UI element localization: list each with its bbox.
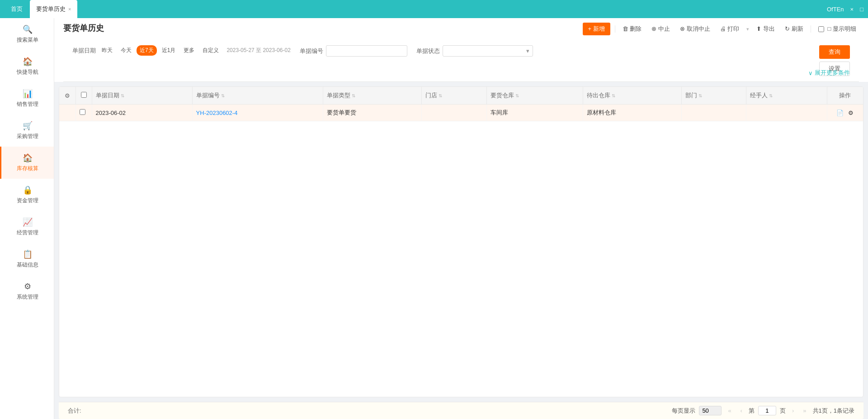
tab-requisition-history[interactable]: 要货单历史 × [30,0,77,18]
date-btn-more[interactable]: 更多 [180,45,198,56]
date-buttons: 昨天 今天 近7天 近1月 更多 自定义 [99,45,222,56]
status-label: 单据状态 [416,47,440,55]
sort-order-type-icon: ⇅ [352,93,355,98]
footer-bar: 合计: 每页显示 50 100 200 « ‹ 第 页 › » 共1页，1条记录 [59,402,863,419]
expand-more-label: 展开更多条件 [815,69,850,77]
refresh-button[interactable]: ↻ 刷新 [782,23,806,35]
first-page-btn[interactable]: « [725,406,734,415]
td-order-no: YH-20230602-4 [192,105,323,121]
td-settings [59,105,75,121]
td-order-date: 2023-06-02 [92,105,192,121]
page-size-select[interactable]: 50 100 200 [699,406,722,415]
date-filter-label: 单据日期 [72,47,96,55]
close-window-icon[interactable]: × [850,6,854,13]
order-no-input[interactable] [326,45,407,57]
sidebar-item-label: 快捷导航 [17,68,38,76]
page-suffix: 页 [780,407,786,415]
stop-button[interactable]: ⊗ 中止 [649,23,673,35]
sidebar-item-label: 搜索菜单 [17,36,38,44]
td-store [422,105,487,121]
total-label: 合计: [68,407,81,415]
td-order-type: 要货单要货 [323,105,421,121]
sidebar-item-inventory[interactable]: 🏠 库存核算 [0,147,54,179]
th-order-no[interactable]: 单据编号 ⇅ [192,87,323,105]
page-label: 第 [749,407,755,415]
tab-requisition-history-label: 要货单历史 [36,5,66,13]
sidebar-item-label: 经营管理 [17,229,38,237]
often-label[interactable]: OfTEn [827,6,844,13]
td-checkbox [75,105,92,121]
sidebar-item-label: 系统管理 [17,293,38,301]
th-order-date[interactable]: 单据日期 ⇅ [92,87,192,105]
row-checkbox[interactable] [80,109,85,115]
home-icon: 🏠 [23,57,33,67]
date-btn-1month[interactable]: 近1月 [159,45,179,56]
sidebar-item-sales-mgmt[interactable]: 📊 销售管理 [0,82,54,114]
print-dropdown-icon[interactable]: ▾ [746,26,749,32]
tab-home[interactable]: 首页 [5,0,29,18]
sort-store-icon: ⇅ [439,93,442,98]
sidebar-item-purchase-mgmt[interactable]: 🛒 采购管理 [0,114,54,147]
total-info: 共1页，1条记录 [813,407,854,415]
export-button[interactable]: ⬆ 导出 [754,23,778,35]
sidebar-item-operations-mgmt[interactable]: 📈 经营管理 [0,211,54,243]
th-req-warehouse[interactable]: 要货仓库 ⇅ [486,87,583,105]
sidebar-item-finance-mgmt[interactable]: 🔒 资金管理 [0,179,54,211]
cancel-stop-button[interactable]: ⊗ 取消中止 [677,23,713,35]
sort-req-warehouse-icon: ⇅ [515,93,519,98]
th-handler[interactable]: 经手人 ⇅ [746,87,827,105]
table-row: 2023-06-02 YH-20230602-4 要货单要货 车间库 [59,105,863,121]
show-detail-button[interactable]: □ 显示明细 [816,23,859,35]
page-size-label: 每页显示 [672,407,695,415]
date-btn-today[interactable]: 今天 [118,45,135,56]
sidebar-item-search-menu[interactable]: 🔍 搜索菜单 [0,18,54,50]
date-btn-7days[interactable]: 近7天 [137,45,157,56]
delete-button[interactable]: 🗑 删除 [620,23,645,35]
select-all-checkbox[interactable] [81,92,87,98]
purchase-icon: 🛒 [23,121,33,131]
show-detail-checkbox[interactable] [818,26,824,32]
sidebar-item-basic-info[interactable]: 📋 基础信息 [0,243,54,275]
td-pending-warehouse: 原材料仓库 [583,105,681,121]
toolbar: + 新增 🗑 删除 ⊗ 中止 ⊗ 取消中止 🖨 打印 ▾ ⬆ 导出 ↻ 刷新 □… [583,23,859,35]
search-icon: 🔍 [23,24,33,34]
th-pending-warehouse[interactable]: 待出仓库 ⇅ [583,87,681,105]
action-more-icon[interactable]: ⚙ [848,110,854,116]
th-store[interactable]: 门店 ⇅ [422,87,487,105]
main-content: 要货单历史 + 新增 🗑 删除 ⊗ 中止 ⊗ 取消中止 🖨 打印 ▾ ⬆ 导出 … [54,18,868,419]
maximize-icon[interactable]: □ [860,6,863,13]
status-select[interactable] [443,45,533,57]
th-department[interactable]: 部门 ⇅ [681,87,746,105]
action-edit-icon[interactable]: 📄 [836,110,844,116]
th-order-type[interactable]: 单据类型 ⇅ [323,87,421,105]
prev-page-btn[interactable]: ‹ [738,406,745,415]
date-btn-custom[interactable]: 自定义 [199,45,222,56]
sort-pending-warehouse-icon: ⇅ [612,93,615,98]
expand-more-button[interactable]: ∨ 展开更多条件 [808,69,850,77]
filter-bar: 单据日期 昨天 今天 近7天 近1月 更多 自定义 2023-05-27 至 2… [63,40,859,82]
sort-order-no-icon: ⇅ [221,93,225,98]
status-select-wrapper [443,45,533,57]
order-no-label: 单据编号 [300,47,323,55]
sidebar-item-quick-nav[interactable]: 🏠 快捷导航 [0,50,54,82]
sidebar-item-system-mgmt[interactable]: ⚙ 系统管理 [0,275,54,307]
tab-close-icon[interactable]: × [68,6,71,12]
order-no-filter-group: 单据编号 [300,45,407,57]
page-number-input[interactable] [758,406,776,415]
sidebar-item-label: 资金管理 [17,197,38,205]
next-page-btn[interactable]: › [789,406,797,415]
sales-icon: 📊 [23,89,33,99]
th-checkbox [75,87,92,105]
basic-info-icon: 📋 [23,249,33,259]
new-button[interactable]: + 新增 [583,23,610,35]
print-button[interactable]: 🖨 打印 [717,23,742,35]
last-page-btn[interactable]: » [800,406,809,415]
expand-more-icon: ∨ [808,70,813,76]
date-btn-yesterday[interactable]: 昨天 [99,45,116,56]
requisition-table: ⚙ 单据日期 ⇅ 单据编号 [59,87,863,121]
query-button[interactable]: 查询 [819,45,850,59]
td-operation: 📄 ⚙ [827,105,863,121]
order-no-link[interactable]: YH-20230602-4 [196,110,238,116]
th-settings[interactable]: ⚙ [59,87,75,105]
sidebar-item-label: 采购管理 [17,133,38,140]
